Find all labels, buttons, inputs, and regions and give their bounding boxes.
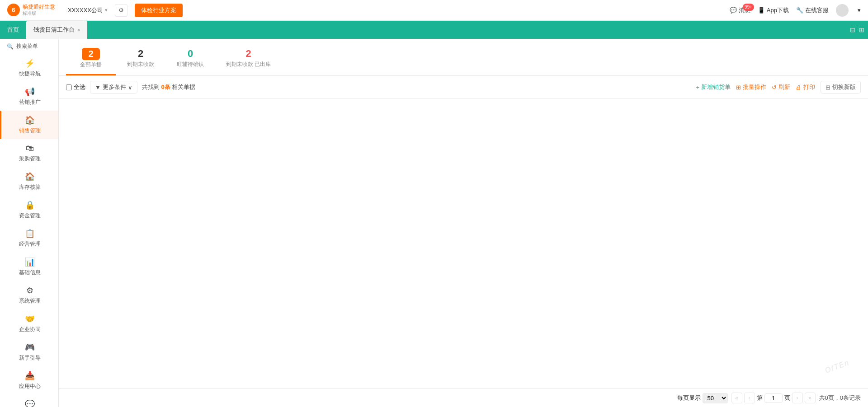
switch-label: 切换新版 (832, 83, 856, 91)
toolbar-right: + 新增销货单 ⊞ 批量操作 ↺ 刷新 🖨 打印 ⊞ 切换新版 (696, 81, 861, 94)
page-input[interactable] (764, 393, 783, 403)
app-download-label: App下载 (767, 6, 789, 14)
stat-tab-wangwang[interactable]: 0 旺辅待确认 (165, 44, 215, 75)
sidebar-label-cooperation: 企业协同 (19, 326, 41, 333)
sidebar-label-system: 系统管理 (19, 297, 41, 305)
operations-icon: 📋 (25, 229, 35, 239)
checkbox-input[interactable] (66, 84, 72, 90)
online-support-label: 在线客服 (805, 6, 829, 14)
tab-close-icon[interactable]: × (77, 27, 80, 33)
sidebar-item-wechat[interactable]: 💬 企业微信 (0, 395, 58, 407)
table-area (59, 98, 868, 388)
topbar-right: 💬 消息 99+ 📱 App下载 🔧 在线客服 ▾ (730, 4, 861, 17)
stat-label-wangwang: 旺辅待确认 (177, 61, 204, 68)
page-label: 第 (757, 394, 763, 402)
prev-page-button[interactable]: ‹ (744, 393, 755, 403)
search-label: 搜索菜单 (16, 42, 38, 50)
batch-button[interactable]: ⊞ 批量操作 (736, 83, 766, 91)
sidebar-search[interactable]: 🔍 搜索菜单 (0, 39, 58, 54)
sidebar-item-quick-nav[interactable]: ⚡ 快捷导航 (0, 54, 58, 82)
toolbar-left: 全选 ▼ 更多条件 ∨ 共找到 0条 相关单据 (66, 81, 690, 94)
refresh-button[interactable]: ↺ 刷新 (772, 83, 790, 91)
first-page-icon: « (735, 395, 738, 401)
logo-sub: 标准版 (23, 10, 55, 17)
batch-icon: ⊞ (736, 84, 741, 91)
sidebar-item-purchase[interactable]: 🛍 采购管理 (0, 139, 58, 167)
page-size-select[interactable]: 20 50 100 (703, 393, 728, 403)
online-support-item[interactable]: 🔧 在线客服 (796, 6, 829, 14)
page-nav: « ‹ 第 页 › » (731, 393, 816, 403)
stat-number-overdue: 2 (138, 48, 143, 60)
add-label: 新增销货单 (701, 83, 731, 91)
filter-icon: ▼ (95, 84, 101, 91)
sidebar-item-system[interactable]: ⚙ 系统管理 (0, 281, 58, 309)
sidebar-label-quick-nav: 快捷导航 (19, 70, 41, 78)
batch-label: 批量操作 (743, 83, 766, 91)
pagination-bar: 每页显示 20 50 100 « ‹ 第 页 › (59, 388, 868, 407)
sidebar-label-operations: 经营管理 (19, 240, 41, 248)
tab-home[interactable]: 首页 (0, 21, 26, 39)
switch-button[interactable]: ⊞ 切换新版 (821, 81, 861, 94)
sidebar: 🔍 搜索菜单 ⚡ 快捷导航 📢 营销推广 🏠 销售管理 🛍 采购管理 🏠 库存核… (0, 39, 59, 407)
prev-page-icon: ‹ (749, 395, 750, 401)
inventory-icon: 🏠 (25, 172, 35, 182)
company-selector[interactable]: XXXXXX公司 ▾ (68, 6, 108, 14)
tab-expand-icon[interactable]: ⊞ (859, 26, 864, 33)
stat-tab-unshipped[interactable]: 2 到期未收款 已出库 (215, 44, 282, 75)
stat-tab-overdue[interactable]: 2 到期未收款 (116, 44, 165, 75)
stat-number-all: 2 (82, 48, 99, 60)
sidebar-item-app-center[interactable]: 📥 应用中心 (0, 366, 58, 395)
main-content: 2 全部单据 2 到期未收款 0 旺辅待确认 2 到期未收款 已出库 全选 (59, 39, 868, 407)
sidebar-item-operations[interactable]: 📋 经营管理 (0, 224, 58, 253)
user-avatar[interactable] (836, 4, 849, 17)
sidebar-item-guide[interactable]: 🎮 新手引导 (0, 338, 58, 366)
sidebar-label-sales: 销售管理 (19, 127, 41, 135)
add-sale-button[interactable]: + 新增销货单 (696, 83, 731, 91)
next-page-icon: › (797, 395, 798, 401)
sidebar-label-guide: 新手引导 (19, 354, 41, 362)
sidebar-item-cooperation[interactable]: 🤝 企业协同 (0, 309, 58, 338)
sidebar-item-inventory[interactable]: 🏠 库存核算 (0, 167, 58, 196)
select-all-checkbox[interactable]: 全选 (66, 83, 85, 91)
logo-info: 畅捷通好生意 标准版 (23, 4, 55, 16)
tab-cashflow[interactable]: 钱货日清工作台 × (26, 21, 87, 39)
wechat-icon: 💬 (25, 399, 35, 407)
tab-collapse-icon[interactable]: ⊟ (850, 26, 855, 33)
sidebar-label-finance: 资金管理 (19, 212, 41, 220)
sidebar-item-sales[interactable]: 🏠 销售管理 (0, 111, 58, 139)
support-icon: 🔧 (796, 7, 803, 14)
page-size-selector: 每页显示 20 50 100 (677, 393, 728, 403)
toolbar: 全选 ▼ 更多条件 ∨ 共找到 0条 相关单据 + 新增销货单 (59, 76, 868, 98)
purchase-icon: 🛍 (26, 144, 34, 153)
quick-nav-icon: ⚡ (25, 58, 35, 68)
stats-tabs: 2 全部单据 2 到期未收款 0 旺辅待确认 2 到期未收款 已出库 (59, 39, 868, 76)
print-button[interactable]: 🖨 打印 (796, 83, 815, 91)
filter-button[interactable]: ▼ 更多条件 ∨ (90, 81, 137, 94)
sidebar-label-inventory: 库存核算 (19, 183, 41, 191)
user-name[interactable]: ▾ (856, 7, 861, 14)
next-page-button[interactable]: › (792, 393, 803, 403)
company-chevron-icon: ▾ (105, 7, 108, 13)
topbar: 6 畅捷通好生意 标准版 XXXXXX公司 ▾ ⚙ 体验行业方案 💬 消息 99… (0, 0, 868, 21)
stat-tab-all[interactable]: 2 全部单据 (66, 44, 116, 75)
logo-icon: 6 (7, 4, 20, 16)
sidebar-item-finance[interactable]: 🔒 资金管理 (0, 196, 58, 224)
sidebar-item-marketing[interactable]: 📢 营销推广 (0, 82, 58, 111)
settings-icon[interactable]: ⚙ (115, 4, 127, 17)
sidebar-label-marketing: 营销推广 (19, 98, 41, 106)
refresh-label: 刷新 (778, 83, 790, 91)
add-icon: + (696, 84, 699, 91)
select-all-label: 全选 (74, 83, 85, 91)
refresh-icon: ↺ (772, 84, 777, 91)
trial-button[interactable]: 体验行业方案 (135, 4, 183, 17)
sidebar-item-basic-info[interactable]: 📊 基础信息 (0, 253, 58, 281)
total-info: 共0页，0条记录 (819, 394, 861, 402)
messages-item[interactable]: 💬 消息 99+ (730, 6, 750, 14)
per-page-label: 每页显示 (677, 394, 701, 402)
first-page-button[interactable]: « (731, 393, 742, 403)
app-download-item[interactable]: 📱 App下载 (758, 6, 789, 14)
last-page-button[interactable]: » (805, 393, 816, 403)
found-suffix: 相关单据 (172, 84, 195, 90)
sidebar-label-basic-info: 基础信息 (19, 269, 41, 276)
main-layout: 🔍 搜索菜单 ⚡ 快捷导航 📢 营销推广 🏠 销售管理 🛍 采购管理 🏠 库存核… (0, 39, 868, 407)
